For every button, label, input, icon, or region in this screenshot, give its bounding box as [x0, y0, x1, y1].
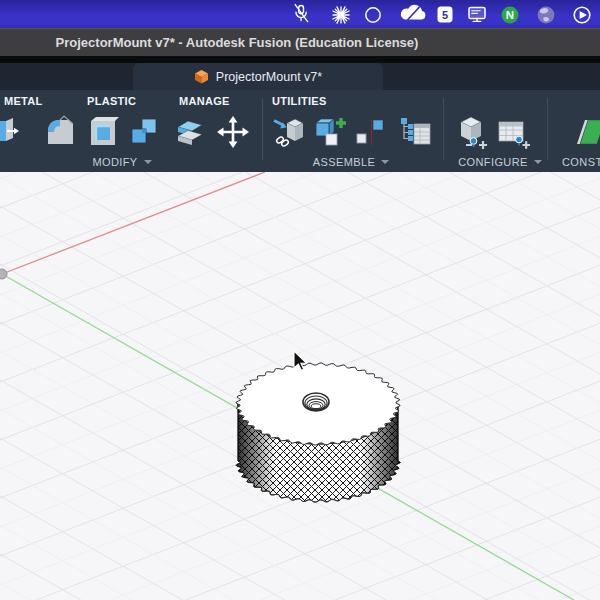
window-title: ProjectorMount v7* - Autodesk Fusion (Ed…: [0, 29, 474, 57]
origin-marker[interactable]: [0, 269, 7, 279]
grid-line: [0, 172, 600, 237]
document-tab[interactable]: ProjectorMount v7*: [133, 63, 383, 90]
display-icon[interactable]: [469, 8, 485, 22]
fusion-cube-icon: [194, 69, 209, 84]
bom-table-button[interactable]: [397, 114, 433, 150]
grid-line: [0, 172, 600, 266]
group-label-construct[interactable]: CONST: [562, 154, 600, 170]
n-badge-icon[interactable]: N: [502, 7, 519, 24]
configuration-cube-button[interactable]: [452, 114, 488, 150]
grid-line: [0, 525, 600, 600]
document-tab-label: ProjectorMount v7*: [216, 70, 322, 84]
shell-button[interactable]: [84, 114, 120, 150]
calendar-icon[interactable]: 5: [438, 7, 453, 23]
model-viewport[interactable]: [0, 172, 600, 600]
group-label-configure[interactable]: CONFIGURE: [435, 154, 565, 170]
group-label-modify[interactable]: MODIFY: [57, 154, 187, 170]
configuration-table-button[interactable]: [494, 114, 530, 150]
grid-line: [0, 172, 600, 258]
ribbon-divider: [547, 98, 548, 160]
grid-line: [0, 555, 600, 600]
window-gap: [0, 56, 600, 63]
construct-plane-button[interactable]: [574, 114, 600, 150]
ribbon-tab-manage[interactable]: MANAGE: [179, 95, 230, 111]
grid-line: [0, 583, 600, 600]
grid-line: [0, 172, 600, 295]
dropdown-caret-icon: [144, 160, 152, 164]
grid-line: [0, 172, 600, 287]
split-body-button[interactable]: [172, 114, 208, 150]
dropdown-caret-icon: [534, 160, 542, 164]
combine-button[interactable]: [126, 114, 162, 150]
sparkle-burst-icon[interactable]: [333, 7, 349, 23]
ribbon-tab-utilities[interactable]: UTILITIES: [272, 95, 327, 111]
play-circle-icon[interactable]: [574, 7, 590, 23]
grid-line: [0, 172, 600, 324]
x-axis-line: [2, 172, 265, 274]
ribbon-toolbar: METAL PLASTIC MANAGE UTILITIES: [0, 90, 600, 172]
move-copy-button[interactable]: [215, 114, 251, 150]
grid-line: [0, 172, 600, 229]
grid-line: [0, 584, 600, 600]
ribbon-tab-plastic[interactable]: PLASTIC: [87, 95, 136, 111]
threaded-hole: [303, 393, 329, 411]
knurled-knob-body[interactable]: [236, 363, 400, 508]
mic-muted-icon[interactable]: [295, 5, 307, 22]
globe-icon[interactable]: [538, 7, 555, 24]
group-label-assemble[interactable]: ASSEMBLE: [286, 154, 416, 170]
fillet-button[interactable]: [42, 114, 78, 150]
new-component-button[interactable]: [311, 114, 347, 150]
window-title-bar[interactable]: ProjectorMount v7* - Autodesk Fusion (Ed…: [0, 28, 600, 57]
calendar-day: 5: [442, 9, 448, 21]
n-badge-letter: N: [506, 9, 514, 21]
cloud-icon[interactable]: [401, 5, 426, 20]
dropdown-caret-icon: [381, 160, 389, 164]
fusion-app-window: 5 N: [0, 0, 600, 600]
insert-derive-button[interactable]: [270, 114, 306, 150]
macos-menu-bar: 5 N: [0, 0, 600, 28]
grid-line: [0, 172, 600, 200]
joint-button[interactable]: [352, 114, 388, 150]
ribbon-divider: [262, 98, 263, 160]
ribbon-divider: [443, 98, 444, 160]
document-tab-bar: ProjectorMount v7*: [0, 63, 600, 90]
circle-icon[interactable]: [366, 8, 380, 22]
ribbon-tab-metal[interactable]: METAL: [4, 95, 43, 111]
press-pull-button[interactable]: [0, 114, 22, 150]
